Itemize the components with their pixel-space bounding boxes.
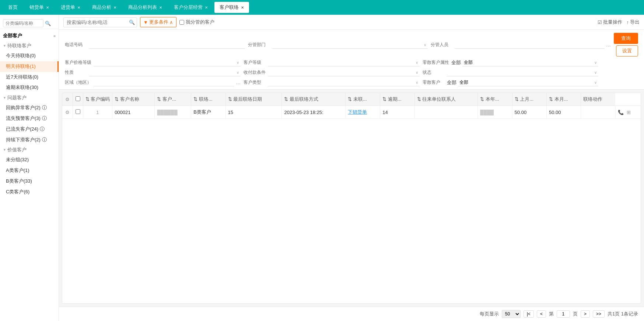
filter-area-input[interactable] [94,79,234,86]
sidebar-item-tomorrow-contact[interactable]: 明天待联络(1) [0,61,59,72]
sidebar-item-class-c[interactable]: C类客户(6) [0,187,59,197]
nav-home[interactable]: 首页 [3,2,23,13]
toolbar-search-input[interactable] [63,17,137,27]
nav-product-analysis-label: 商品分析 [92,4,111,11]
group-problem-customers[interactable]: 问题客户 [0,93,59,103]
sidebar-item-repurchase-abnormal[interactable]: 回购异常客户(2) ⓘ [0,103,59,113]
toolbar-row: 🔍 ▼ 更多条件 ∧ 我分管的客户 ☑ 批量操作 ↑ 导出 [59,15,644,30]
sort-icon-tmonth[interactable]: ⇅ [549,96,553,102]
nav-product-analysis-list-close[interactable]: ✕ [159,6,162,10]
filter-phone-input[interactable] [89,41,245,49]
filter-retail-attr-select[interactable]: 全部 [462,59,598,66]
sidebar-item-today-contact[interactable]: 今天待联络(0) [0,51,59,61]
sidebar-item-overdue-contact[interactable]: 逾期未联络(30) [0,82,59,93]
row-select-checkbox[interactable] [76,109,80,114]
row-gear[interactable]: ⚙ [62,106,73,119]
filter-area-dots[interactable]: … [236,80,241,85]
export-icon: ↑ [627,20,629,25]
my-customers-wrap: 我分管的客户 [179,19,214,25]
contact-method-link[interactable]: 下销货单 [348,109,367,115]
action-grid-icon[interactable]: ⊞ [627,110,631,115]
sort-icon-unlink[interactable]: ⇅ [348,96,352,102]
sidebar-item-churned[interactable]: 已流失客户(24) ⓘ [0,124,59,135]
group-value-customers[interactable]: 价值客户 [0,145,59,155]
filter-manager-dots[interactable]: … [606,42,611,48]
filter-row-2: 客户价格等级 客户等级 零散客户属性 全部 全部 [65,59,638,66]
filter-customer-type-select[interactable] [268,79,419,86]
toolbar-search-button[interactable]: 🔍 [129,20,135,25]
th-customer-type: ⇅ 客户... [155,93,191,106]
nav-customer-stratify[interactable]: 客户分层经营 ✕ [169,2,213,13]
prev-page-button[interactable]: < [537,310,546,318]
filter-status-select[interactable] [447,69,598,76]
filter-price-level-select-wrap [94,59,241,66]
row-last-contact-method[interactable]: 下销货单 [346,106,380,119]
th-checkbox[interactable] [73,93,83,106]
filter-payment-select[interactable] [268,69,419,76]
filter-area: 区域（地区） … [65,79,241,86]
group-pending-contact[interactable]: 待联络客户 [0,41,59,51]
filter-nature-select[interactable] [89,69,241,76]
nav-product-analysis-close[interactable]: ✕ [113,6,116,10]
nav-purchase-order-close[interactable]: ✕ [77,6,80,10]
sort-icon-year[interactable]: ⇅ [480,96,484,102]
action-phone-icon[interactable]: 📞 [618,110,624,115]
next-page-button[interactable]: > [581,310,590,318]
select-all-checkbox[interactable] [76,96,80,101]
sort-icon-date[interactable]: ⇅ [228,96,232,102]
nav-purchase-order[interactable]: 进货单 ✕ [56,2,85,13]
group-pending-contact-label: 待联络客户 [7,42,31,49]
filter-row-1: 电话号码 分管部门 分管人员 … 查询 设置 [65,33,638,56]
sort-icon-person[interactable]: ⇅ [417,96,421,102]
first-page-button[interactable]: |< [524,310,534,318]
per-page-select[interactable]: 50 100 200 [502,310,521,318]
nav-sales-order-close[interactable]: ✕ [46,6,49,10]
sidebar-item-class-a[interactable]: A类客户(1) [0,165,59,176]
batch-ops-button[interactable]: ☑ 批量操作 [598,19,622,25]
row-contacts: 15 [225,106,282,119]
sort-icon-contacts[interactable]: ⇅ [193,96,197,102]
nav-sales-order[interactable]: 销货单 ✕ [24,2,54,13]
nav-customer-stratify-close[interactable]: ✕ [205,6,208,10]
filter-manager-input[interactable] [455,41,605,49]
filter-phone-label: 电话号码 [65,42,87,48]
row-checkbox[interactable] [73,106,83,119]
sidebar-search-input[interactable] [3,19,43,27]
my-customers-checkbox[interactable] [179,20,184,25]
nav-product-analysis[interactable]: 商品分析 ✕ [87,2,122,13]
sidebar-item-7days-contact[interactable]: 近7天待联络(0) [0,72,59,83]
query-button[interactable]: 查询 [614,33,638,44]
filter-payment-select-wrap [268,69,419,76]
batch-ops-icon: ☑ [598,20,602,25]
filter-customer-level-select[interactable] [268,59,419,66]
last-page-button[interactable]: >> [593,310,605,318]
sidebar-search-icon[interactable]: 🔍 [45,21,51,26]
filter-payment-label: 收付款条件 [244,69,266,76]
sidebar-item-ungrouped[interactable]: 未分组(32) [0,155,59,165]
export-button[interactable]: ↑ 导出 [627,19,640,25]
nav-customer-contact[interactable]: 客户联络 ✕ [214,2,249,13]
filter-dept-label: 分管部门 [248,42,270,48]
filter-price-level-select[interactable] [94,59,241,66]
sidebar-item-declining[interactable]: 持续下滑客户(2) ⓘ [0,135,59,145]
filter-manager: 分管人员 … [431,41,611,49]
sort-icon-type[interactable]: ⇅ [157,96,161,102]
th-gear[interactable]: ⚙ [62,93,73,106]
filter-dept-select[interactable] [272,41,428,49]
sort-icon-method[interactable]: ⇅ [284,96,288,102]
all-customers-title[interactable]: 全部客户 « [0,31,59,41]
page-number-input[interactable] [557,310,570,318]
sort-icon-name[interactable]: ⇅ [115,96,119,102]
nav-customer-contact-close[interactable]: ✕ [241,6,244,10]
filter-retail-customer-select[interactable]: 全部 [458,79,598,86]
sidebar-item-class-b[interactable]: B类客户(33) [0,176,59,187]
sort-icon-overdue[interactable]: ⇅ [382,96,386,102]
more-conditions-button[interactable]: ▼ 更多条件 ∧ [140,17,176,27]
sidebar-item-churn-warning[interactable]: 流失预警客户(3) ⓘ [0,113,59,124]
sort-icon-lmonth[interactable]: ⇅ [515,96,519,102]
sidebar-search-area: 🔍 [0,18,59,29]
sort-icon[interactable]: ⇅ [85,96,90,102]
filter-phone: 电话号码 [65,41,245,49]
nav-product-analysis-list[interactable]: 商品分析列表 ✕ [123,2,167,13]
settings-button[interactable]: 设置 [616,45,638,56]
